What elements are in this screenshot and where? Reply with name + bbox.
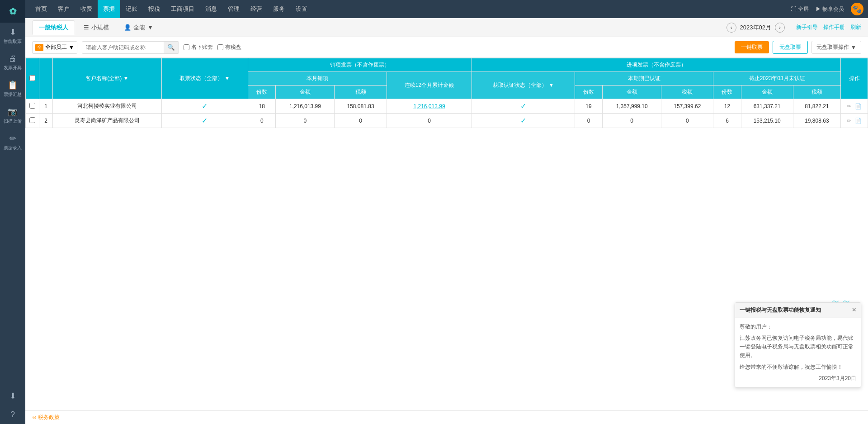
refresh-button[interactable]: 刷新 [850, 24, 861, 31]
sidebar: ✿ ⬇ 智能取票 🖨 发票开具 📋 票据汇总 📷 扫描上传 ✏ 票据录入 ⬇ ? [0, 0, 25, 424]
nav-tax[interactable]: 报税 [143, 0, 165, 18]
help-icon: ? [10, 410, 15, 419]
checkbox-has-disk[interactable]: 有税盘 [217, 43, 241, 51]
th-current-month-sales: 本月销项 [248, 72, 387, 86]
sidebar-item-smart-fetch[interactable]: ⬇ 智能取票 [0, 23, 25, 49]
view-button[interactable]: 📄 [855, 103, 862, 110]
tab-general-label: 一般纳税人 [39, 24, 68, 32]
sidebar-item-data-entry[interactable]: ✏ 票据录入 [0, 129, 25, 156]
download-icon: ⬇ [9, 391, 16, 401]
cert-status-filter-icon[interactable]: ▼ [548, 82, 554, 88]
one-click-fetch-button[interactable]: 一键取票 [735, 41, 769, 53]
notification-greeting: 尊敬的用户： [740, 323, 856, 331]
row-cert-status: ✓ [472, 99, 575, 114]
checkbox-has-disk-input[interactable] [217, 44, 223, 50]
th-purchase-group: 进项发票（不含作废票） [472, 58, 841, 72]
th-uncert-count: 份数 [713, 86, 741, 99]
view-button[interactable]: 📄 [855, 118, 862, 124]
cert-status-check: ✓ [520, 117, 526, 124]
table-row: 1 河北柯搂棱实业有限公司 ✓ 18 1,216,013.99 158,081.… [26, 99, 868, 114]
sidebar-item-invoice-summary[interactable]: 📋 票据汇总 [0, 76, 25, 102]
tax-policy-link[interactable]: 税务政策 [32, 414, 60, 421]
row-index: 2 [39, 114, 53, 128]
fullscreen-button[interactable]: ⛶ 全屏 [791, 5, 808, 13]
fetch-status-filter-icon[interactable]: ▼ [225, 75, 230, 81]
sidebar-item-download[interactable]: ⬇ [0, 386, 25, 405]
th-cert-tax: 税额 [661, 86, 713, 99]
filter-icon[interactable]: ▼ [123, 75, 129, 81]
row-sales-count: 18 [248, 99, 276, 114]
tab-small[interactable]: ☰ 小规模 [77, 21, 115, 34]
row-customer: 灵寿县尚泽矿产品有限公司 [53, 114, 162, 128]
sidebar-item-issue-invoice[interactable]: 🖨 发票开具 [0, 49, 25, 76]
nav-message[interactable]: 消息 [200, 0, 222, 18]
nav-home[interactable]: 首页 [30, 0, 52, 18]
th-cert-amount: 金额 [603, 86, 661, 99]
nav-settings[interactable]: 设置 [290, 0, 313, 18]
nav-customer[interactable]: 客户 [52, 0, 75, 18]
scan-upload-icon: 📷 [8, 107, 18, 117]
tab-small-label: 小规模 [91, 24, 109, 32]
search-wrap: 🔍 [82, 41, 179, 54]
row-purchase-cert-count: 0 [575, 114, 602, 128]
nav-operations[interactable]: 经营 [245, 0, 268, 18]
sidebar-item-help[interactable]: ? [0, 405, 25, 424]
user-avatar[interactable]: 🐾 [851, 3, 863, 15]
fetch-status-check: ✓ [202, 117, 208, 124]
sidebar-item-scan-upload[interactable]: 📷 扫描上传 [0, 102, 25, 129]
tab-period: ‹ 2023年02月 › [726, 23, 785, 33]
th-sales-count: 份数 [248, 86, 276, 99]
nav-management[interactable]: 管理 [222, 0, 245, 18]
search-input[interactable] [82, 44, 164, 51]
row-checkbox[interactable] [29, 103, 35, 109]
row-purchase-cert-count: 19 [575, 99, 602, 114]
no-disk-ops-button[interactable]: 无盘取票操作 ▼ [811, 41, 861, 54]
row-index: 1 [39, 99, 53, 114]
tab-all[interactable]: 👤 全能 ▼ [118, 21, 160, 34]
fetch-status-check: ✓ [202, 102, 208, 110]
nav-service[interactable]: 服务 [268, 0, 290, 18]
staff-label: 全部员工 [45, 43, 67, 51]
nav-collection[interactable]: 收费 [75, 0, 98, 18]
row-sales-tax: 158,081.83 [335, 99, 387, 114]
manual-button[interactable]: 操作手册 [823, 24, 845, 31]
staff-select[interactable]: 全 全部员工 ▼ [32, 41, 77, 54]
checkbox-own-accounts-input[interactable] [184, 44, 189, 50]
tab-right-actions: 新手引导 操作手册 刷新 [796, 24, 861, 31]
nav-bizprojects[interactable]: 工商项目 [165, 0, 200, 18]
period-prev-button[interactable]: ‹ [726, 23, 736, 33]
no-disk-ops-label: 无盘取票操作 [816, 43, 849, 51]
edit-button[interactable]: ✏ [847, 103, 851, 110]
consecutive-amount-link[interactable]: 1,216,013.99 [413, 103, 445, 110]
new-guide-button[interactable]: 新手引导 [796, 24, 818, 31]
checkbox-own-accounts[interactable]: 名下账套 [184, 43, 213, 51]
row-actions: ✏ 📄 [841, 99, 868, 114]
nav-bookkeeping[interactable]: 记账 [120, 0, 143, 18]
table-body: 1 河北柯搂棱实业有限公司 ✓ 18 1,216,013.99 158,081.… [26, 99, 868, 128]
th-sales-amount: 金额 [276, 86, 335, 99]
edit-button[interactable]: ✏ [847, 118, 851, 124]
select-all-checkbox[interactable] [29, 75, 35, 81]
tab-general[interactable]: 一般纳税人 [32, 20, 75, 35]
th-uncert-tax: 税额 [793, 86, 840, 99]
smart-fetch-icon: ⬇ [9, 27, 16, 37]
th-fetch-status: 取票状态（全部） ▼ [161, 58, 248, 99]
th-sales-tax: 税额 [335, 86, 387, 99]
search-button[interactable]: 🔍 [164, 41, 179, 54]
notification-close-button[interactable]: ✕ [852, 307, 856, 313]
sidebar-item-scan-upload-label: 扫描上传 [4, 118, 22, 124]
row-cert-status: ✓ [472, 114, 575, 128]
nav-invoice[interactable]: 票据 [98, 0, 120, 18]
tab-small-icon: ☰ [84, 24, 89, 31]
th-checkbox [26, 58, 39, 99]
sidebar-item-smart-fetch-label: 智能取票 [4, 38, 22, 45]
member-button[interactable]: ▶ 畅享会员 [816, 5, 844, 13]
no-disk-fetch-button[interactable]: 无盘取票 [773, 41, 808, 54]
period-next-button[interactable]: › [775, 23, 785, 33]
invoice-summary-icon: 📋 [8, 80, 18, 90]
notification-apology: 给您带来的不便敬请谅解，祝您工作愉快！ [740, 363, 856, 372]
th-certified-period: 本期期已认证 [575, 72, 713, 86]
staff-badge: 全 [35, 44, 43, 51]
row-purchase-cert-tax: 0 [661, 114, 713, 128]
row-checkbox[interactable] [29, 117, 35, 123]
